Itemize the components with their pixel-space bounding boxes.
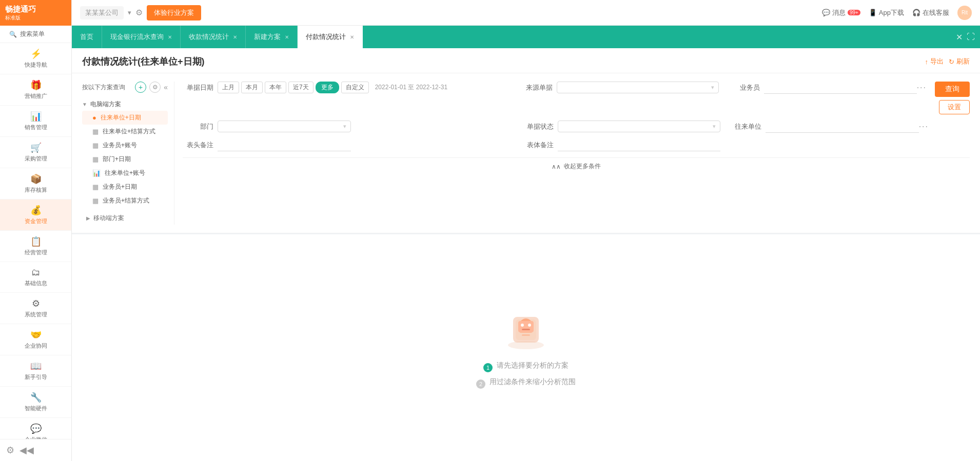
- query-btn[interactable]: 查询: [935, 82, 970, 97]
- date-btn-7days[interactable]: 近7天: [288, 82, 313, 93]
- sidebar-settings-btn[interactable]: ⚙: [6, 445, 14, 456]
- message-label: 消息: [832, 8, 846, 17]
- scheme-toolbar: 按以下方案查询 + ⚙ «: [82, 82, 168, 93]
- sidebar-item-zhineng[interactable]: 🔧 智能硬件: [0, 387, 71, 418]
- app-download-btn[interactable]: 📱 App下载: [869, 8, 904, 17]
- online-service-btn[interactable]: 🎧 在线客服: [912, 8, 949, 17]
- sidebar-item-label: 企业协同: [25, 342, 47, 350]
- sidebar-item-label: 库存核算: [25, 186, 47, 194]
- user-avatar[interactable]: Rit: [957, 6, 972, 20]
- tab-new-plan-close[interactable]: ✕: [285, 34, 289, 40]
- scheme-item-label-1: 往来单位+结算方式: [103, 127, 155, 136]
- tab-payment-label: 付款情况统计: [306, 32, 346, 42]
- scheme-collapse-btn[interactable]: «: [164, 83, 168, 91]
- topbar-right: 💬 消息 99+ 📱 App下载 🎧 在线客服 Rit: [822, 6, 972, 20]
- sidebar-item-yingxiao[interactable]: 🎁 营销推广: [0, 74, 71, 106]
- filter-actions: 查询 设置: [927, 82, 970, 114]
- refresh-btn[interactable]: ↻ 刷新: [949, 57, 970, 66]
- topbar-settings-icon[interactable]: ⚙: [135, 8, 143, 17]
- date-btn-this-month[interactable]: 本月: [241, 82, 263, 93]
- sidebar-item-qiye[interactable]: 🤝 企业协同: [0, 324, 71, 355]
- salesman-more-btn[interactable]: ···: [917, 83, 927, 92]
- scheme-group-desktop: ▼ 电脑端方案 ● 往来单位+日期 ▦ 往来单位+结算方式 ▦: [82, 98, 168, 208]
- sidebar-collapse-btn[interactable]: ◀◀: [19, 445, 34, 456]
- date-btn-this-year[interactable]: 本年: [265, 82, 286, 93]
- tab-cash[interactable]: 现金银行流水查询 ✕: [102, 26, 181, 48]
- hint-num-2: 2: [476, 379, 485, 389]
- export-icon: ↑: [925, 58, 929, 66]
- partner-input[interactable]: [766, 121, 918, 133]
- tab-cash-close[interactable]: ✕: [168, 34, 172, 40]
- kucun-icon: 📦: [30, 173, 42, 185]
- scheme-mobile-label: 移动端方案: [93, 214, 124, 223]
- scheme-item-2[interactable]: ▦ 业务员+账号: [82, 138, 168, 152]
- search-menu[interactable]: 🔍 搜索菜单: [0, 26, 71, 43]
- tab-cash-label: 现金银行流水查询: [110, 32, 164, 42]
- sidebar-item-zijin[interactable]: 💰 资金管理: [0, 199, 71, 231]
- company-selector[interactable]: 某某某公司: [80, 6, 124, 19]
- tab-payment[interactable]: 付款情况统计 ✕: [298, 26, 363, 48]
- tab-close-all-btn[interactable]: ✕: [956, 32, 963, 42]
- collapse-more-btn[interactable]: ∧∧ 收起更多条件: [183, 157, 970, 175]
- docstatus-label: 单据状态: [523, 122, 554, 131]
- sidebar-item-jichu[interactable]: 🗂 基础信息: [0, 262, 71, 293]
- export-label: 导出: [930, 57, 944, 66]
- tab-new-plan[interactable]: 新建方案 ✕: [246, 26, 298, 48]
- tab-income-close[interactable]: ✕: [233, 34, 237, 40]
- sidebar-item-label: 采购管理: [25, 155, 47, 163]
- tab-income[interactable]: 收款情况统计 ✕: [181, 26, 246, 48]
- tab-expand-btn[interactable]: ⛶: [967, 32, 975, 42]
- sidebar-item-label: 快捷导航: [25, 61, 47, 69]
- scheme-add-btn[interactable]: +: [135, 82, 146, 93]
- tab-home[interactable]: 首页: [72, 26, 102, 48]
- hint-num-1: 1: [483, 363, 493, 372]
- scheme-group-desktop-header[interactable]: ▼ 电脑端方案: [82, 98, 168, 111]
- message-icon: 💬: [822, 9, 830, 16]
- scheme-item-icon-4: 📊: [92, 169, 101, 177]
- sidebar-item-caigou[interactable]: 🛒 采购管理: [0, 137, 71, 168]
- sidebar-item-xinshou[interactable]: 📖 新手引导: [0, 355, 71, 387]
- note-head-field: 表头备注: [183, 139, 513, 151]
- empty-state: 1 请先选择要分析的方案 2 用过滤条件来缩小分析范围: [72, 234, 980, 461]
- content-area: 付款情况统计(往来单位+日期) ↑ 导出 ↻ 刷新 按: [72, 48, 980, 461]
- topbar: 某某某公司 ▾ ⚙ 体验行业方案 💬 消息 99+ 📱 App下载 🎧 在线客服: [72, 0, 980, 26]
- sidebar-item-kucun[interactable]: 📦 库存核算: [0, 168, 71, 199]
- docstatus-select[interactable]: ▾: [558, 121, 721, 132]
- svg-rect-8: [528, 324, 531, 327]
- jichu-icon: 🗂: [31, 267, 41, 278]
- scheme-item-label-5: 业务员+日期: [103, 183, 137, 191]
- scheme-settings-btn[interactable]: ⚙: [149, 82, 161, 93]
- logo-subtitle: 标准版: [5, 14, 36, 22]
- date-btn-custom[interactable]: 自定义: [341, 82, 369, 93]
- sidebar-item-xitong[interactable]: ⚙ 系统管理: [0, 293, 71, 324]
- note-body-input[interactable]: [558, 139, 721, 151]
- partner-more-btn[interactable]: ···: [919, 122, 929, 131]
- export-btn[interactable]: ↑ 导出: [925, 57, 944, 66]
- scheme-item-4[interactable]: 📊 往来单位+账号: [82, 166, 168, 180]
- hint-text-1: 请先选择要分析的方案: [497, 361, 569, 370]
- date-btn-more[interactable]: 更多: [316, 82, 339, 93]
- sidebar-item-xiaoshou[interactable]: 📊 销售管理: [0, 106, 71, 137]
- scheme-item-6[interactable]: ▦ 业务员+结算方式: [82, 194, 168, 208]
- source-select[interactable]: ▾: [557, 82, 719, 93]
- scheme-item-0[interactable]: ● 往来单位+日期: [82, 111, 168, 125]
- scheme-item-1[interactable]: ▦ 往来单位+结算方式: [82, 125, 168, 138]
- sidebar-item-jingying[interactable]: 📋 经营管理: [0, 231, 71, 262]
- logo-text: 畅捷通巧: [5, 5, 36, 14]
- scheme-item-5[interactable]: ▦ 业务员+日期: [82, 180, 168, 194]
- scheme-item-3[interactable]: ▦ 部门+日期: [82, 152, 168, 166]
- message-btn[interactable]: 💬 消息 99+: [822, 8, 860, 17]
- app-icon: 📱: [869, 9, 877, 16]
- dept-select[interactable]: ▾: [218, 121, 351, 132]
- sidebar-item-kuaijie[interactable]: ⚡ 快捷导航: [0, 43, 71, 74]
- scheme-mobile-group[interactable]: ▶ 移动端方案: [82, 212, 168, 225]
- page-actions: ↑ 导出 ↻ 刷新: [925, 57, 970, 66]
- note-head-input[interactable]: [218, 139, 351, 151]
- company-dropdown-icon[interactable]: ▾: [128, 9, 131, 16]
- sidebar-item-weixin[interactable]: 💬 企业微信: [0, 418, 71, 439]
- salesman-input[interactable]: [764, 82, 916, 94]
- filter-settings-btn[interactable]: 设置: [939, 100, 970, 114]
- trial-btn[interactable]: 体验行业方案: [147, 5, 201, 21]
- tab-payment-close[interactable]: ✕: [350, 34, 354, 40]
- date-btn-last-month[interactable]: 上月: [218, 82, 239, 93]
